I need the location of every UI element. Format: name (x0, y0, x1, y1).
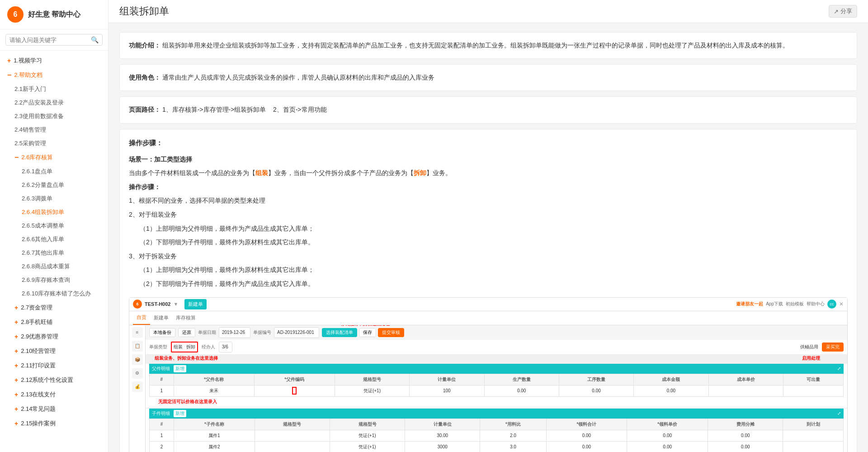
sim-nav-icon-4[interactable]: ⚙ (132, 368, 143, 379)
sim-parent-row-code (254, 385, 335, 397)
sidebar-item-faq[interactable]: + 2.14常见问题 (0, 402, 108, 416)
sim-btn-restore[interactable]: 还原 (178, 328, 195, 337)
sidebar-item-custom[interactable]: + 2.12系统个性化设置 (0, 373, 108, 387)
sim-parent-row-unit: 100 (410, 385, 484, 397)
expand-icon-finance: + (14, 304, 18, 311)
sim-parent-row-cost: 0.00 (634, 385, 708, 397)
sidebar-item-inventory[interactable]: − 2.6库存核算 (0, 150, 108, 165)
sim-type-select[interactable]: 组装 拆卸 (171, 342, 198, 352)
sidebar-item-inv263[interactable]: 2.6.3调拨单 (0, 192, 108, 205)
sidebar-item-docs[interactable]: − 2.帮助文档 (0, 68, 108, 82)
sidebar-item-install[interactable]: 2.2产品安装及登录 (0, 96, 108, 109)
sidebar-item-inv268[interactable]: 2.6.8商品成本重算 (0, 260, 108, 273)
sim-parent-row-avail (783, 385, 844, 397)
sidebar-item-inv261[interactable]: 2.6.1盘点单 (0, 165, 108, 178)
sidebar-item-inv2610[interactable]: 2.6.10库存账本错了怎么办 (0, 287, 108, 300)
sim-remark-label: 供鳗品用 (800, 343, 818, 351)
sidebar-item-mobile[interactable]: + 2.8手机旺铺 (0, 315, 108, 329)
sidebar-item-inv266[interactable]: 2.6.6其他入库单 (0, 233, 108, 246)
sidebar-item-cases[interactable]: + 2.15操作案例 (0, 416, 108, 431)
sidebar-item-inv267[interactable]: 2.6.7其他出库单 (0, 246, 108, 260)
sim-annotation3: 启用处理 (802, 354, 820, 362)
sim-parent-table-row: 1 来禾 凭证(+1) 100 0.00 0.00 0.00 (150, 385, 844, 397)
sim-main-content: 本地备份 还原 单据日期 2019-12-26 单据编号 AD-20191226… (146, 325, 847, 452)
sim-parent-col-avail: 可出量 (783, 374, 844, 385)
sidebar-item-video[interactable]: + 1.视频学习 (0, 53, 108, 68)
sim-type-option-assemble[interactable]: 组装 (174, 343, 183, 351)
role-text: 通常由生产人员或库管人员完成拆装业务的操作，库管人员确认原材料的出库和产成品的入… (162, 74, 434, 81)
sidebar-item-online[interactable]: + 2.13在线支付 (0, 387, 108, 402)
step3-2: （2）下部明细为子件明细，最终作为产成品生成其它入库单。 (129, 278, 848, 290)
search-box: 🔍 (0, 29, 108, 51)
sim-remark-btn[interactable]: 采买完 (822, 343, 844, 352)
intro-text: 组装拆卸单用来处理企业组装或拆卸等加工业务，支持有固定装配清单的产品加工业务，也… (162, 42, 789, 49)
sim-annotation1-text: 有装配清单的在这里处理 (340, 325, 390, 328)
sidebar-item-finance[interactable]: + 2.7资金管理 (0, 300, 108, 315)
path-item2: 2、首页->常用功能 (273, 106, 327, 113)
expand-icon-mobile: + (14, 319, 18, 326)
sidebar-item-inv269[interactable]: 2.6.9库存账本查询 (0, 273, 108, 287)
expand-icon-print: + (14, 362, 18, 369)
sidebar-item-inv264[interactable]: 2.6.4组装拆卸单 (0, 205, 108, 219)
sim-close-icon[interactable]: ✕ (839, 300, 844, 309)
expand-icon-faq: + (14, 405, 18, 413)
sim-child-col-total: *领料合计 (546, 419, 627, 430)
sidebar-item-inv262[interactable]: 2.6.2分量盘点单 (0, 178, 108, 192)
sidebar-item-print[interactable]: + 2.11打印设置 (0, 358, 108, 373)
sim-nav-icon-3[interactable]: 📦 (132, 354, 143, 365)
sim-parent-col-name: *父件名称 (174, 374, 254, 385)
sidebar-item-inv265[interactable]: 2.6.5成本调整单 (0, 219, 108, 233)
sidebar-header: 6 好生意 帮助中心 (0, 0, 108, 29)
sim-nav-icon-1[interactable]: ≡ (132, 327, 143, 338)
role-label: 使用角色： (129, 74, 160, 81)
sim-child-row-1: 1 属件1 凭证(+1) 30.00 2.0 0.00 0.00 (150, 430, 844, 442)
sim-child-col-num: # (150, 419, 174, 430)
sim-btn-select-bom[interactable]: 选择装配清单 (322, 328, 357, 337)
sim-expand-child-icon: ⤢ (837, 409, 841, 418)
sim-docnum-field[interactable]: AD-20191226-001 (274, 327, 319, 338)
search-input-wrap[interactable]: 🔍 (5, 34, 103, 46)
sim-expand-icon: ⤢ (837, 365, 841, 373)
sim-spacer (146, 355, 847, 364)
sidebar-item-newuser[interactable]: 2.1新手入门 (0, 82, 108, 96)
sim-btn-save[interactable]: 保存 (359, 328, 376, 337)
sidebar-item-coupon[interactable]: + 2.9优惠券管理 (0, 329, 108, 344)
sim-parent-header-label: 父件明细 (152, 365, 170, 373)
sim-form-fields: 单据类型 组装 拆卸 经办人 3/6 供鳗品用 采买完 (146, 340, 847, 355)
sidebar-item-ops[interactable]: + 2.10经营管理 (0, 344, 108, 358)
sim-btn-backup[interactable]: 本地备份 (149, 328, 175, 337)
sim-btn-submit[interactable]: 提交审核 (378, 328, 404, 337)
sim-date-field[interactable]: 2019-12-26 (219, 327, 250, 338)
share-button[interactable]: ↗ 分享 (829, 5, 857, 18)
sim-nav-icon-5[interactable]: 💰 (132, 381, 143, 392)
sim-app-topbar: 6 TEST-H002 ▼ 新建单 邀请朋友一起 App下载 初始模板 帮助中心… (129, 298, 847, 312)
sidebar-item-purchase[interactable]: 2.5采购管理 (0, 137, 108, 150)
expand-icon-cases: + (14, 420, 18, 427)
sim-type-option-disassemble[interactable]: 拆卸 (186, 343, 195, 351)
role-card: 使用角色： 通常由生产人员或库管人员完成拆装业务的操作，库管人员确认原材料的出库… (119, 64, 857, 91)
sim-parent-row-process-qty: 0.00 (559, 385, 633, 397)
sim-tab-group: 新建单 (184, 299, 207, 310)
step2: 2、对于组装业务 (129, 209, 848, 221)
search-icon[interactable]: 🔍 (91, 36, 99, 43)
expand-icon-ops: + (14, 347, 18, 355)
path-card: 页面路径： 1、库存核算->库存管理->组装拆卸单 2、首页->常用功能 (119, 96, 857, 123)
sim-parent-col-code: *父件编码 (254, 374, 335, 385)
topbar: 组装拆卸单 ↗ 分享 (108, 0, 868, 23)
sim-parent-col-unitcost: 成本单价 (708, 374, 783, 385)
step1: 1、根据不同的业务，选择不同单据的类型来处理 (129, 195, 848, 207)
sim-parent-code-highlighted (292, 387, 297, 395)
search-input[interactable] (9, 37, 91, 43)
sim-toolbar-row: 本地备份 还原 单据日期 2019-12-26 单据编号 AD-20191226… (146, 325, 847, 340)
logo-circle: 6 (7, 6, 24, 23)
sim-add-child-btn[interactable]: 新增 (174, 410, 186, 417)
step2-2: （2）下部明细为子件明细，最终作为原材料生成其它出库单。 (129, 236, 848, 248)
sim-handler-field[interactable]: 3/6 (219, 342, 232, 352)
sidebar-item-sales[interactable]: 2.4销售管理 (0, 123, 108, 137)
sidebar-item-data[interactable]: 2.3使用前数据准备 (0, 109, 108, 123)
sim-nav-icon-2[interactable]: 📋 (132, 341, 143, 352)
sim-child-row-2: 2 属件2 凭证(+1) 3000 3.0 0.00 0.00 (150, 442, 844, 452)
sim-parent-col-qty: 生产数量 (484, 374, 559, 385)
sidebar: 6 好生意 帮助中心 🔍 + 1.视频学习 − 2.帮助文档 2.1新手入门 2… (0, 0, 108, 452)
sim-add-parent-btn[interactable]: 新增 (174, 365, 186, 372)
